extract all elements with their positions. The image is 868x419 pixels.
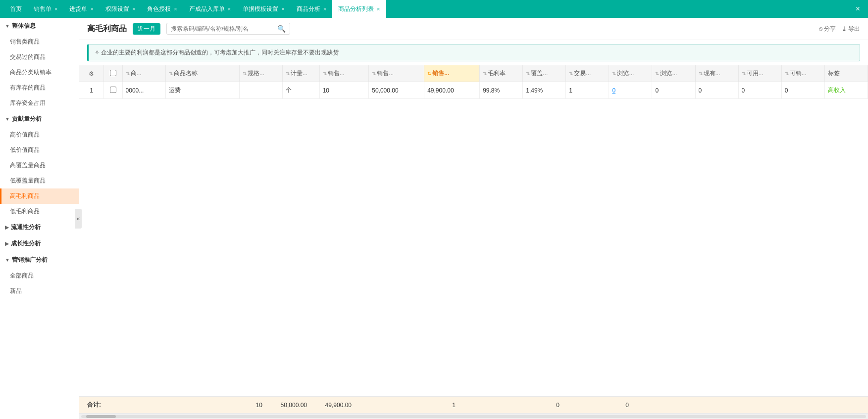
nav-close-template[interactable]: × xyxy=(281,0,284,18)
sidebar-item-low-margin[interactable]: 低毛利商品 xyxy=(0,204,79,219)
scrollbar-track[interactable] xyxy=(81,415,866,418)
sidebar-item-low-value[interactable]: 低价值商品 xyxy=(0,142,79,158)
sidebar-item-high-coverage[interactable]: 高覆盖量商品 xyxy=(0,158,79,173)
nav-close-sales[interactable]: × xyxy=(54,0,57,18)
sidebar-group-growth[interactable]: ▶ 成长性分析 xyxy=(0,235,79,252)
scrollbar-thumb[interactable] xyxy=(86,415,116,418)
nav-role[interactable]: 角色授权 × xyxy=(141,0,183,18)
sidebar-collapse-button[interactable]: « xyxy=(75,209,82,229)
row-spec xyxy=(239,82,282,99)
footer-spacer2 xyxy=(355,402,424,409)
main-layout: ▼ 整体信息 销售类商品 交易过的商品 商品分类助销率 有库存的商品 库存资金占… xyxy=(0,18,868,419)
footer-stock-current: 0 xyxy=(528,402,562,409)
sidebar-item-instock[interactable]: 有库存的商品 xyxy=(0,80,79,95)
col-gross-rate[interactable]: ⇅毛利率 xyxy=(480,65,523,82)
nav-product-analysis-list[interactable]: 商品分析列表 × xyxy=(332,0,386,18)
col-settings[interactable]: ⚙ xyxy=(79,65,104,82)
sidebar-item-traded-goods[interactable]: 交易过的商品 xyxy=(0,49,79,65)
col-coverage[interactable]: ⇅覆盖... xyxy=(523,65,566,82)
arrow-overall: ▼ xyxy=(5,23,10,29)
footer-transactions: 1 xyxy=(424,402,459,409)
col-name[interactable]: ⇅商品名称 xyxy=(165,65,239,82)
nav-close-product-warehouse[interactable]: × xyxy=(228,0,231,18)
arrow-marketing: ▼ xyxy=(5,257,10,263)
nav-close-permission[interactable]: × xyxy=(132,0,135,18)
sidebar-item-low-coverage[interactable]: 低覆盖量商品 xyxy=(0,173,79,188)
col-views1[interactable]: ⇅浏览... xyxy=(609,65,652,82)
sidebar-group-contribution[interactable]: ▼ 贡献量分析 xyxy=(0,111,79,127)
export-icon: ⤓ xyxy=(842,25,847,32)
col-stock-saleable[interactable]: ⇅可销... xyxy=(781,65,824,82)
row-sales-amount: 50,000.00 xyxy=(369,82,424,99)
row-sales-cost: 49,900.00 xyxy=(424,82,480,99)
search-box: 🔍 xyxy=(166,23,290,35)
nav-home[interactable]: 首页 xyxy=(4,0,28,18)
content-header: 高毛利商品 近一月 🔍 ⎋ 分享 ⤓ 导出 xyxy=(79,18,868,40)
row-code[interactable]: 0000... xyxy=(122,82,165,99)
footer-spacer1 xyxy=(127,402,226,409)
views1-link[interactable]: 0 xyxy=(612,87,615,94)
nav-sales[interactable]: 销售单 × xyxy=(28,0,63,18)
sidebar-item-category-rate[interactable]: 商品分类助销率 xyxy=(0,65,79,80)
export-button[interactable]: ⤓ 导出 xyxy=(842,25,860,33)
footer-sales-cost: 49,900.00 xyxy=(310,402,355,409)
sidebar-wrapper: ▼ 整体信息 销售类商品 交易过的商品 商品分类助销率 有库存的商品 库存资金占… xyxy=(0,18,79,419)
nav-product-analysis[interactable]: 商品分析 × xyxy=(291,0,332,18)
nav-close-role[interactable]: × xyxy=(174,0,177,18)
col-sales-qty[interactable]: ⇅销售... xyxy=(319,65,369,82)
col-unit[interactable]: ⇅计量... xyxy=(283,65,320,82)
sidebar-item-high-value[interactable]: 高价值商品 xyxy=(0,127,79,142)
col-views2[interactable]: ⇅浏览... xyxy=(652,65,695,82)
sidebar-item-stock-capital[interactable]: 库存资金占用 xyxy=(0,95,79,111)
nav-product-warehouse[interactable]: 产成品入库单 × xyxy=(183,0,237,18)
filter-month-button[interactable]: 近一月 xyxy=(133,23,160,35)
row-views2: 0 xyxy=(652,82,695,99)
col-stock-current[interactable]: ⇅现有... xyxy=(695,65,738,82)
footer-sales-qty: 10 xyxy=(226,402,265,409)
share-icon: ⎋ xyxy=(819,25,822,32)
main-table: ⚙ ⇅商... ⇅商品名称 ⇅规格... ⇅计量... ⇅销售... ⇅销售..… xyxy=(79,65,868,99)
row-index: 1 xyxy=(79,82,104,99)
col-transactions[interactable]: ⇅交易... xyxy=(566,65,609,82)
footer-bar: 合计: 10 50,000.00 49,900.00 1 0 0 xyxy=(79,396,868,413)
row-coverage: 1.49% xyxy=(523,82,566,99)
scrollbar-area[interactable] xyxy=(79,413,868,419)
col-sales-amount[interactable]: ⇅销售... xyxy=(369,65,424,82)
arrow-contribution: ▼ xyxy=(5,116,10,122)
row-checkbox[interactable] xyxy=(104,82,122,99)
col-stock-available[interactable]: ⇅可用... xyxy=(738,65,781,82)
row-select-checkbox[interactable] xyxy=(110,87,116,93)
sidebar-group-liquidity[interactable]: ▶ 流通性分析 xyxy=(0,219,79,235)
select-all-checkbox[interactable] xyxy=(110,70,116,76)
nav-close-product-analysis[interactable]: × xyxy=(323,0,326,18)
row-views1[interactable]: 0 xyxy=(609,82,652,99)
col-sales-cost[interactable]: ⇅销售... xyxy=(424,65,480,82)
header-actions: ⎋ 分享 ⤓ 导出 xyxy=(819,25,860,33)
row-name[interactable]: 运费 xyxy=(165,82,239,99)
nav-close-product-analysis-list[interactable]: × xyxy=(377,0,380,18)
search-input[interactable] xyxy=(171,25,277,32)
sidebar-item-new-goods[interactable]: 新品 xyxy=(0,283,79,299)
nav-template[interactable]: 单据模板设置 × xyxy=(237,0,290,18)
row-stock-available: 0 xyxy=(738,82,781,99)
sidebar-item-sales-goods[interactable]: 销售类商品 xyxy=(0,34,79,49)
search-icon[interactable]: 🔍 xyxy=(277,25,286,33)
sidebar-item-all-goods[interactable]: 全部商品 xyxy=(0,268,79,283)
close-all-button[interactable]: × xyxy=(852,4,864,13)
table-wrapper[interactable]: ⚙ ⇅商... ⇅商品名称 ⇅规格... ⇅计量... ⇅销售... ⇅销售..… xyxy=(79,65,868,396)
nav-purchase[interactable]: 进货单 × xyxy=(63,0,99,18)
table-header-row: ⚙ ⇅商... ⇅商品名称 ⇅规格... ⇅计量... ⇅销售... ⇅销售..… xyxy=(79,65,868,82)
nav-close-purchase[interactable]: × xyxy=(90,0,93,18)
footer-label: 合计: xyxy=(87,401,127,409)
row-transactions: 1 xyxy=(566,82,609,99)
nav-permission[interactable]: 权限设置 × xyxy=(100,0,141,18)
sidebar-item-high-margin[interactable]: 高毛利商品 xyxy=(0,188,79,204)
col-spec[interactable]: ⇅规格... xyxy=(239,65,282,82)
share-button[interactable]: ⎋ 分享 xyxy=(819,25,836,33)
col-code[interactable]: ⇅商... xyxy=(122,65,165,82)
col-tag: 标签 xyxy=(824,65,868,82)
content-area: 高毛利商品 近一月 🔍 ⎋ 分享 ⤓ 导出 ✧ 企业的主要的利润都是 xyxy=(79,18,868,419)
sidebar-group-marketing[interactable]: ▼ 营销推广分析 xyxy=(0,252,79,268)
arrow-growth: ▶ xyxy=(5,241,9,246)
sidebar-group-overall[interactable]: ▼ 整体信息 xyxy=(0,18,79,34)
